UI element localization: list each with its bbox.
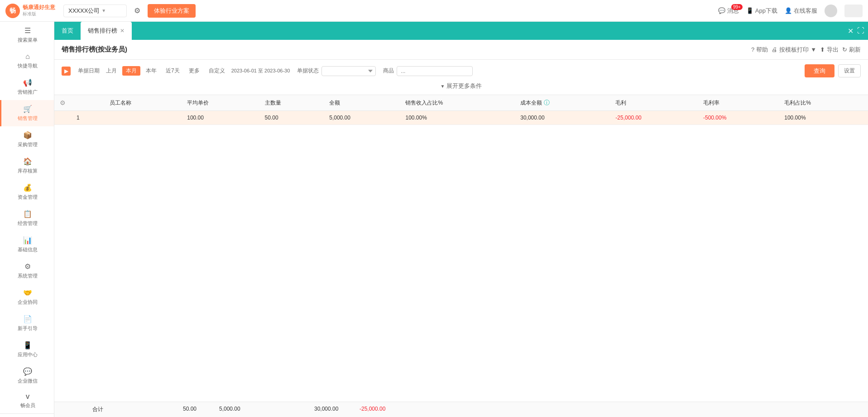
tab-close-all-icon[interactable]: ✕ [848, 27, 854, 35]
chevron-down-icon: ▼ [101, 8, 106, 13]
expand-icon: ▼ [441, 84, 445, 89]
footer-cost: 30,000.00 [309, 406, 354, 413]
col-sales-ratio: 销售收入占比% [400, 95, 515, 111]
date-tabs: 上月 本月 本年 近7天 更多 自定义 [102, 66, 229, 76]
trial-button[interactable]: 体验行业方案 [148, 4, 196, 18]
tab-sales-rank[interactable]: 销售排行榜 ✕ [81, 22, 132, 40]
tab-home[interactable]: 首页 [54, 22, 81, 40]
template-print-label: 按模板打印 [779, 46, 809, 54]
sidebar-item-enterprise-collab[interactable]: 🤝 企业协同 [0, 284, 54, 310]
date-tab-current-year[interactable]: 本年 [142, 66, 160, 76]
sidebar-item-wechat[interactable]: 💬 企业微信 [0, 363, 54, 389]
tab-close-icon[interactable]: ✕ [120, 28, 125, 34]
collapse-arrow-btn[interactable]: ▶ [62, 67, 71, 76]
sidebar-item-basic-info[interactable]: 📊 基础信息 [0, 231, 54, 258]
finance-icon: 💰 [23, 183, 32, 192]
page-header: 销售排行榜(按业务员) ? 帮助 🖨 按模板打印 ▼ ⬆ 导出 [54, 40, 868, 60]
search-menu-icon: ☰ [24, 26, 31, 35]
template-print-button[interactable]: 🖨 按模板打印 ▼ [772, 46, 816, 54]
date-range-text: 2023-06-01 至 2023-06-30 [231, 67, 290, 74]
sidebar-item-label: 新手引导 [18, 325, 38, 332]
employee-cell [104, 111, 182, 125]
top-right-area: 💬 消息 99+ 📱 App下载 👤 在线客服 [718, 5, 863, 17]
col-cost: 成本全额 ⓘ [515, 95, 610, 111]
date-tab-7days[interactable]: 近7天 [162, 66, 183, 76]
page-title: 销售排行榜(按业务员) [62, 45, 127, 54]
sidebar-item-label: 营销推广 [18, 89, 38, 96]
status-filter-item: 单据状态 [297, 66, 376, 76]
company-selector[interactable]: XXXXX公司 ▼ [63, 5, 127, 17]
message-badge: 99+ [731, 4, 743, 10]
table-header-row: ⚙ 员工名称 平均单价 主数量 全额 销售收入占比% 成本全额 ⓘ 毛利 毛利率… [54, 95, 868, 111]
marketing-icon: 📢 [23, 78, 32, 87]
sidebar-item-sales[interactable]: 🛒 销售管理 [0, 100, 54, 126]
sidebar-item-label: 经营管理 [18, 220, 38, 227]
date-tab-more[interactable]: 更多 [185, 66, 203, 76]
col-avg-price: 平均单价 [182, 95, 259, 111]
sidebar-item-guide[interactable]: 📄 新手引导 [0, 310, 54, 336]
help-button[interactable]: ? 帮助 [751, 46, 768, 54]
sidebar-item-vip[interactable]: V 畅会员 [0, 389, 54, 413]
profit-ratio-cell: 100.00% [779, 111, 868, 125]
sidebar-item-inventory[interactable]: 🏠 库存核算 [0, 153, 54, 179]
tab-sales-rank-label: 销售排行榜 [88, 27, 117, 35]
goods-input[interactable] [397, 66, 473, 76]
date-tab-last-month[interactable]: 上月 [102, 66, 120, 76]
app-icon: 📱 [746, 7, 753, 14]
sidebar-item-purchase[interactable]: 📦 采购管理 [0, 126, 54, 153]
page-actions: ? 帮助 🖨 按模板打印 ▼ ⬆ 导出 ↻ 刷新 [751, 46, 861, 54]
sidebar-item-operation[interactable]: 📋 经营管理 [0, 205, 54, 231]
sidebar-item-search[interactable]: ☰ 搜索菜单 [0, 22, 54, 48]
print-dropdown-icon: ▼ [810, 46, 816, 53]
col-rank [71, 95, 104, 111]
tab-bar: 首页 销售排行榜 ✕ ✕ ⛶ [54, 22, 868, 40]
service-icon: 👤 [785, 7, 792, 14]
message-button[interactable]: 💬 消息 99+ [718, 7, 739, 15]
sidebar-item-quick-nav[interactable]: ⌂ 快捷导航 [0, 48, 54, 74]
sidebar-item-app-center[interactable]: 📱 应用中心 [0, 336, 54, 363]
settings-icon-btn[interactable]: ⚙ [130, 4, 144, 18]
query-button[interactable]: 查询 [805, 64, 834, 77]
goods-filter-item: 商品 [383, 66, 473, 76]
app-download-button[interactable]: 📱 App下载 [746, 7, 777, 15]
sidebar-item-label: 应用中心 [18, 351, 38, 358]
export-icon: ⬆ [820, 46, 825, 53]
footer-rank [73, 406, 87, 413]
avatar[interactable] [825, 5, 837, 17]
sidebar-item-label: 畅会员 [20, 402, 35, 409]
logo-sub: 标准版 [23, 11, 55, 17]
status-select[interactable] [321, 66, 376, 76]
print-icon: 🖨 [772, 46, 777, 53]
avatar-2 [844, 5, 863, 17]
date-filter-item: 单据日期 上月 本月 本年 近7天 更多 自定义 2023-06-01 至 20… [78, 66, 290, 76]
tab-fullscreen-icon[interactable]: ⛶ [857, 27, 864, 35]
sidebar-item-finance[interactable]: 💰 资金管理 [0, 179, 54, 205]
sidebar-item-marketing[interactable]: 📢 营销推广 [0, 74, 54, 100]
page-content: 销售排行榜(按业务员) ? 帮助 🖨 按模板打印 ▼ ⬆ 导出 [54, 40, 868, 417]
export-button[interactable]: ⬆ 导出 [820, 46, 839, 54]
date-tab-current-month[interactable]: 本月 [122, 66, 140, 76]
logo-text: 畅康通好生意 [23, 4, 55, 10]
table-settings-icon[interactable]: ⚙ [60, 99, 66, 106]
cost-info-icon[interactable]: ⓘ [544, 99, 550, 106]
goods-label: 商品 [383, 67, 394, 75]
purchase-icon: 📦 [23, 131, 32, 139]
filter-area: ▶ 单据日期 上月 本月 本年 近7天 更多 自定义 2023-06-01 至 … [54, 60, 868, 95]
sidebar-item-label: 库存核算 [18, 168, 38, 174]
refresh-button[interactable]: ↻ 刷新 [842, 46, 861, 54]
basic-info-icon: 📊 [23, 236, 32, 244]
settings-button[interactable]: 设置 [838, 64, 861, 77]
refresh-icon: ↻ [842, 46, 847, 53]
col-settings[interactable]: ⚙ [54, 95, 71, 111]
online-service-label: 在线客服 [794, 7, 817, 15]
date-label: 单据日期 [78, 67, 100, 75]
top-bar: 畅 畅康通好生意 标准版 XXXXX公司 ▼ ⚙ 体验行业方案 💬 消息 99+… [0, 0, 868, 22]
online-service-button[interactable]: 👤 在线客服 [785, 7, 817, 15]
sidebar-item-system[interactable]: ⚙ 系统管理 [0, 258, 54, 284]
main-layout: ☰ 搜索菜单 ⌂ 快捷导航 📢 营销推广 🛒 销售管理 📦 采购管理 🏠 库存核… [0, 22, 868, 417]
footer-avg-price [141, 406, 177, 413]
content-area: 首页 销售排行榜 ✕ ✕ ⛶ 销售排行榜(按业务员) ? 帮助 [54, 22, 868, 417]
sales-ratio-cell: 100.00% [400, 111, 515, 125]
date-tab-custom[interactable]: 自定义 [205, 66, 229, 76]
expand-conditions-btn[interactable]: ▼ 展开更多条件 [441, 82, 482, 90]
